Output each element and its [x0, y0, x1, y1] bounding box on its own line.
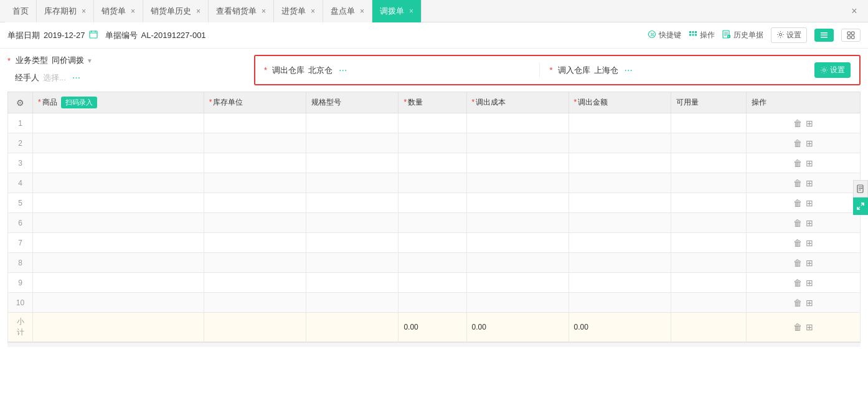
- out-warehouse-more[interactable]: ···: [339, 65, 347, 76]
- copy-icon-10[interactable]: ⊞: [806, 298, 813, 308]
- row-cost-10[interactable]: [466, 293, 568, 313]
- row-qty-2[interactable]: [399, 133, 466, 153]
- tab-close-sales-history[interactable]: ×: [196, 7, 200, 16]
- tab-sales-history[interactable]: 销货单历史 ×: [143, 0, 209, 22]
- row-product-9[interactable]: [33, 273, 204, 293]
- copy-icon-9[interactable]: ⊞: [806, 278, 813, 288]
- row-available-6[interactable]: [671, 213, 746, 233]
- copy-icon-6[interactable]: ⊞: [806, 218, 813, 228]
- tab-close-inventory-check[interactable]: ×: [360, 7, 364, 16]
- row-spec-8[interactable]: [306, 253, 399, 273]
- row-qty-8[interactable]: [399, 253, 466, 273]
- row-available-9[interactable]: [671, 273, 746, 293]
- copy-icon-5[interactable]: ⊞: [806, 198, 813, 208]
- row-spec-10[interactable]: [306, 293, 399, 313]
- row-cost-7[interactable]: [466, 233, 568, 253]
- row-available-1[interactable]: [671, 113, 746, 133]
- row-unit-1[interactable]: [204, 113, 306, 133]
- action-action[interactable]: 操作: [689, 30, 715, 40]
- tab-sales-order[interactable]: 销货单 ×: [94, 0, 143, 22]
- row-amount-9[interactable]: [568, 273, 671, 293]
- row-qty-3[interactable]: [399, 153, 466, 173]
- delete-icon-7[interactable]: 🗑: [793, 238, 802, 248]
- column-settings-icon[interactable]: ⚙: [16, 98, 24, 108]
- row-product-7[interactable]: [33, 233, 204, 253]
- row-amount-6[interactable]: [568, 213, 671, 233]
- row-product-10[interactable]: [33, 293, 204, 313]
- row-cost-3[interactable]: [466, 153, 568, 173]
- row-unit-7[interactable]: [204, 233, 306, 253]
- subtotal-delete-icon[interactable]: 🗑: [793, 322, 802, 332]
- delete-icon-2[interactable]: 🗑: [793, 138, 802, 148]
- row-available-4[interactable]: [671, 173, 746, 193]
- float-expand-btn[interactable]: [853, 198, 868, 215]
- person-more-btn[interactable]: ···: [72, 72, 80, 83]
- row-spec-7[interactable]: [306, 233, 399, 253]
- settings-button[interactable]: 设置: [771, 27, 807, 43]
- tab-purchase[interactable]: 进货单 ×: [274, 0, 323, 22]
- row-qty-1[interactable]: [399, 113, 466, 133]
- row-spec-3[interactable]: [306, 153, 399, 173]
- delete-icon-3[interactable]: 🗑: [793, 158, 802, 168]
- scroll-bar[interactable]: [7, 342, 861, 347]
- row-product-3[interactable]: [33, 153, 204, 173]
- row-cost-6[interactable]: [466, 213, 568, 233]
- row-amount-7[interactable]: [568, 233, 671, 253]
- row-unit-10[interactable]: [204, 293, 306, 313]
- row-qty-4[interactable]: [399, 173, 466, 193]
- subtotal-copy-icon[interactable]: ⊞: [806, 322, 813, 332]
- row-amount-1[interactable]: [568, 113, 671, 133]
- list-view-button[interactable]: [814, 29, 834, 42]
- row-product-6[interactable]: [33, 213, 204, 233]
- row-product-8[interactable]: [33, 253, 204, 273]
- delete-icon-6[interactable]: 🗑: [793, 218, 802, 228]
- tab-close-transfer[interactable]: ×: [409, 7, 413, 16]
- row-unit-6[interactable]: [204, 213, 306, 233]
- biz-type-select[interactable]: 同价调拨 ▼: [52, 55, 93, 66]
- tab-inventory-check[interactable]: 盘点单 ×: [323, 0, 372, 22]
- row-available-2[interactable]: [671, 133, 746, 153]
- row-available-5[interactable]: [671, 193, 746, 213]
- row-unit-3[interactable]: [204, 153, 306, 173]
- tab-close-view-sales[interactable]: ×: [262, 7, 266, 16]
- row-available-10[interactable]: [671, 293, 746, 313]
- person-select[interactable]: 选择...: [43, 72, 66, 83]
- tab-home[interactable]: 首页: [5, 0, 37, 22]
- tab-view-sales[interactable]: 查看销货单 ×: [209, 0, 274, 22]
- row-cost-2[interactable]: [466, 133, 568, 153]
- tab-close-sales-order[interactable]: ×: [131, 7, 135, 16]
- window-close-button[interactable]: ×: [846, 2, 863, 20]
- row-spec-1[interactable]: [306, 113, 399, 133]
- copy-icon-7[interactable]: ⊞: [806, 238, 813, 248]
- warehouse-settings-button[interactable]: 设置: [814, 62, 851, 78]
- row-available-3[interactable]: [671, 153, 746, 173]
- copy-icon-8[interactable]: ⊞: [806, 258, 813, 268]
- row-unit-2[interactable]: [204, 133, 306, 153]
- shortcut-action[interactable]: ⌘ 快捷键: [648, 30, 681, 40]
- delete-icon-8[interactable]: 🗑: [793, 258, 802, 268]
- row-cost-1[interactable]: [466, 113, 568, 133]
- row-qty-7[interactable]: [399, 233, 466, 253]
- tab-close-inventory-init[interactable]: ×: [82, 7, 86, 16]
- row-amount-3[interactable]: [568, 153, 671, 173]
- in-warehouse-value[interactable]: 上海仓: [594, 65, 618, 76]
- row-qty-10[interactable]: [399, 293, 466, 313]
- delete-icon-1[interactable]: 🗑: [793, 118, 802, 128]
- row-qty-6[interactable]: [399, 213, 466, 233]
- tab-close-purchase[interactable]: ×: [311, 7, 315, 16]
- tab-inventory-init[interactable]: 库存期初 ×: [37, 0, 94, 22]
- row-unit-9[interactable]: [204, 273, 306, 293]
- copy-icon-3[interactable]: ⊞: [806, 158, 813, 168]
- row-product-1[interactable]: [33, 113, 204, 133]
- row-product-5[interactable]: [33, 193, 204, 213]
- row-product-4[interactable]: [33, 173, 204, 193]
- row-amount-8[interactable]: [568, 253, 671, 273]
- row-cost-8[interactable]: [466, 253, 568, 273]
- row-product-2[interactable]: [33, 133, 204, 153]
- delete-icon-4[interactable]: 🗑: [793, 178, 802, 188]
- delete-icon-5[interactable]: 🗑: [793, 198, 802, 208]
- row-spec-4[interactable]: [306, 173, 399, 193]
- history-action[interactable]: 历史单据: [722, 30, 763, 40]
- row-spec-6[interactable]: [306, 213, 399, 233]
- row-spec-5[interactable]: [306, 193, 399, 213]
